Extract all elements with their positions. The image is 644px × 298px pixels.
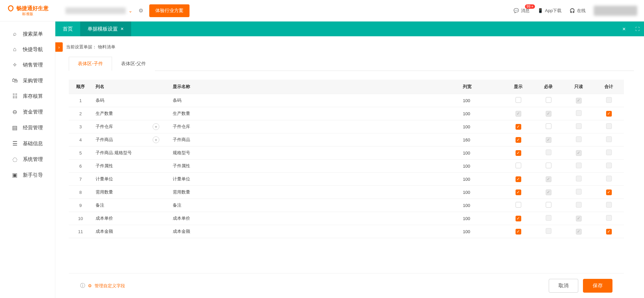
checkbox-sum	[606, 215, 612, 221]
user-avatar[interactable]	[594, 6, 637, 16]
sidebar-item-1[interactable]: ⌂快捷导航	[0, 42, 55, 57]
cancel-button[interactable]: 取消	[549, 279, 578, 293]
tab-template-settings[interactable]: 单据模板设置 ✕	[80, 22, 131, 36]
cell-display[interactable]: 生产数量	[169, 107, 460, 120]
cell-col: 子件仓库+	[92, 120, 169, 133]
checkbox-sum	[606, 202, 612, 208]
cell-width[interactable]: 100	[460, 146, 503, 160]
breadcrumb: › 当前设置单据： 物料清单	[55, 42, 634, 52]
cell-seq: 9	[69, 199, 92, 212]
checkbox-show[interactable]	[516, 137, 521, 143]
settings-icon[interactable]: ⚙	[139, 7, 143, 14]
close-icon[interactable]: ✕	[120, 27, 124, 31]
cell-width[interactable]: 100	[460, 212, 503, 225]
page-tabbar: 首页 单据模板设置 ✕ ✕ ⛶	[55, 22, 644, 36]
checkbox-required[interactable]	[546, 97, 551, 103]
tab-body-parent-label: 表体区-父件	[121, 61, 146, 66]
org-selector[interactable]: ⌄	[65, 7, 132, 14]
sidebar-item-3[interactable]: 🛍采购管理	[0, 73, 55, 88]
cell-display[interactable]: 子件商品	[169, 133, 460, 146]
messages-link[interactable]: 💬 消息 99 +	[514, 8, 530, 14]
cell-display[interactable]: 规格型号	[169, 146, 460, 160]
cell-seq: 1	[69, 94, 92, 107]
cell-width[interactable]: 100	[460, 120, 503, 133]
collapse-handle[interactable]: ›	[55, 42, 63, 52]
checkbox-show[interactable]	[516, 163, 521, 168]
tab-body-child[interactable]: 表体区-子件	[69, 57, 112, 71]
checkbox-show[interactable]	[516, 176, 521, 182]
cell-seq: 6	[69, 160, 92, 173]
cell-width[interactable]: 100	[460, 94, 503, 107]
cell-width[interactable]: 160	[460, 133, 503, 146]
cell-display[interactable]: 计量单位	[169, 173, 460, 186]
sidebar-item-9[interactable]: ▣新手引导	[0, 167, 55, 183]
checkbox-show[interactable]	[516, 229, 521, 235]
checkbox-sum[interactable]	[606, 189, 612, 195]
chevron-down-icon: ⌄	[128, 8, 132, 13]
fullscreen-icon[interactable]: ⛶	[631, 27, 644, 32]
sidebar-item-label: 快捷导航	[23, 46, 43, 53]
table-row: 6子件属性子件属性100	[69, 160, 624, 173]
columns-table: 顺序 列名 显示名称 列宽 显示 必录 只读 合计 1条码条码1002生产数量生…	[69, 80, 624, 238]
sidebar-item-6[interactable]: ▤经营管理	[0, 120, 55, 136]
sidebar-item-label: 库存核算	[23, 93, 43, 99]
sidebar-item-7[interactable]: ☰基础信息	[0, 136, 55, 152]
table-row: 8需用数量需用数量100	[69, 186, 624, 199]
crumb-value: 物料清单	[98, 44, 115, 49]
cell-display[interactable]: 需用数量	[169, 186, 460, 199]
sidebar-item-2[interactable]: ✧销售管理	[0, 57, 55, 73]
cell-width[interactable]: 100	[460, 225, 503, 238]
headset-icon: 🎧	[570, 8, 575, 13]
logo-icon	[7, 5, 14, 12]
th-required: 必录	[533, 80, 564, 94]
checkbox-readonly	[576, 189, 582, 195]
th-display: 显示名称	[169, 80, 460, 94]
cell-width[interactable]: 100	[460, 199, 503, 212]
checkbox-sum[interactable]	[606, 111, 612, 117]
checkbox-required[interactable]	[546, 163, 551, 168]
cell-width[interactable]: 100	[460, 107, 503, 120]
checkbox-show[interactable]	[516, 150, 521, 156]
save-button[interactable]: 保存	[583, 279, 612, 293]
help-icon[interactable]: ⓘ	[80, 283, 85, 289]
sidebar-icon: ☷	[11, 93, 18, 100]
cell-display[interactable]: 子件仓库	[169, 120, 460, 133]
sidebar-item-label: 搜索菜单	[23, 31, 43, 37]
checkbox-show[interactable]	[516, 216, 521, 221]
checkbox-show[interactable]	[516, 124, 521, 130]
cell-width[interactable]: 100	[460, 186, 503, 199]
checkbox-required	[546, 215, 551, 221]
try-plan-button[interactable]: 体验行业方案	[149, 4, 190, 17]
cell-width[interactable]: 100	[460, 160, 503, 173]
cell-display[interactable]: 条码	[169, 94, 460, 107]
checkbox-required[interactable]	[546, 123, 551, 129]
checkbox-show[interactable]	[516, 189, 521, 195]
add-column-button[interactable]: +	[153, 123, 159, 130]
checkbox-sum[interactable]	[606, 229, 612, 235]
checkbox-required[interactable]	[546, 202, 551, 208]
cell-display[interactable]: 子件属性	[169, 160, 460, 173]
cell-display[interactable]: 成本单价	[169, 212, 460, 225]
app-download-link[interactable]: 📱 App下载	[538, 8, 561, 14]
checkbox-readonly	[576, 110, 582, 116]
sidebar-item-label: 采购管理	[23, 78, 43, 84]
table-row: 3子件仓库+子件仓库100	[69, 120, 624, 133]
sidebar-item-0[interactable]: ⌕搜索菜单	[0, 26, 55, 42]
sidebar-item-4[interactable]: ☷库存核算	[0, 88, 55, 104]
cell-display[interactable]: 备注	[169, 199, 460, 212]
tab-close-all[interactable]: ✕	[617, 27, 631, 32]
manage-custom-fields-link[interactable]: 管理自定义字段	[95, 283, 125, 289]
table-row: 1条码条码100	[69, 94, 624, 107]
cell-width[interactable]: 100	[460, 173, 503, 186]
sidebar-item-8[interactable]: ◌系统管理	[0, 152, 55, 167]
cell-display[interactable]: 成本金额	[169, 225, 460, 238]
checkbox-sum	[606, 123, 612, 129]
sidebar-item-label: 经营管理	[23, 125, 43, 131]
checkbox-show[interactable]	[516, 97, 521, 103]
tab-body-parent[interactable]: 表体区-父件	[112, 57, 155, 71]
sidebar-item-5[interactable]: ⊖资金管理	[0, 104, 55, 120]
tab-home[interactable]: 首页	[55, 22, 80, 36]
add-column-button[interactable]: +	[153, 136, 159, 143]
checkbox-show[interactable]	[516, 202, 521, 208]
online-support-link[interactable]: 🎧 在线	[570, 8, 586, 14]
